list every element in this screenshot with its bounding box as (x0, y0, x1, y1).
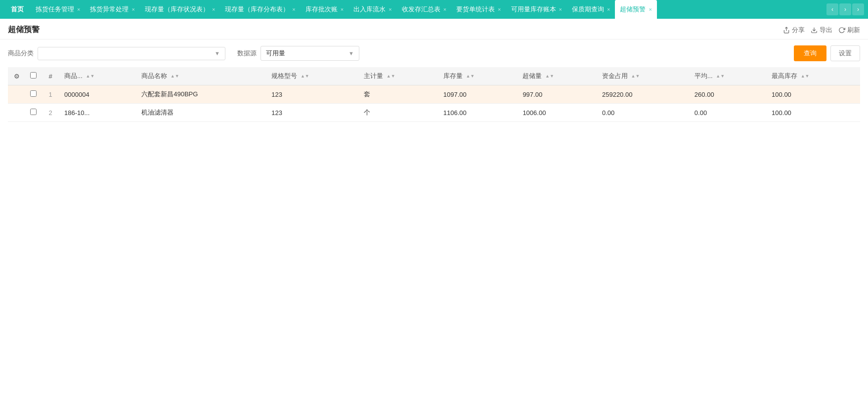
nav-next-button[interactable]: › (839, 3, 851, 15)
share-icon (783, 27, 790, 34)
top-navigation: 首页 拣货任务管理 × 拣货异常处理 × 现存量（库存状况表） × 现存量（库存… (0, 0, 868, 19)
sort-icon: ▲▼ (387, 74, 395, 79)
page-header: 超储预警 分享 导出 (0, 19, 868, 40)
th-product-code[interactable]: 商品... ▲▼ (60, 67, 137, 85)
nav-home[interactable]: 首页 (4, 0, 31, 19)
th-stock[interactable]: 库存量 ▲▼ (439, 67, 519, 85)
row-product-name: 六配套新昌490BPG (137, 85, 267, 104)
nav-item-baozhi-chaxun[interactable]: 保质期查询 × (567, 0, 615, 19)
row-max-stock: 100.00 (768, 85, 860, 104)
table-row: 1 0000004 六配套新昌490BPG 123 套 1097.00 997.… (8, 85, 860, 104)
close-icon[interactable]: × (559, 6, 562, 12)
table-row: 2 186-10... 机油滤清器 123 个 1106.00 1006.00 … (8, 104, 860, 122)
close-icon[interactable]: × (212, 6, 215, 12)
row-spec: 123 (267, 104, 360, 122)
row-checkbox-cell[interactable] (26, 104, 41, 122)
row-number: 2 (41, 104, 60, 122)
sort-icon: ▲▼ (171, 74, 179, 79)
select-all-checkbox[interactable] (30, 72, 37, 79)
row-unit: 套 (360, 85, 439, 104)
nav-menu-button[interactable]: › (852, 3, 864, 15)
row-overstock: 1006.00 (519, 104, 598, 122)
close-icon[interactable]: × (389, 6, 391, 12)
category-label: 商品分类 (8, 49, 34, 58)
data-table: ⚙ # 商品... ▲▼ 商品名称 ▲▼ 规格型号 (8, 67, 860, 122)
data-table-container: ⚙ # 商品... ▲▼ 商品名称 ▲▼ 规格型号 (0, 67, 868, 122)
nav-item-kucun-pici[interactable]: 库存批次账 × (301, 0, 348, 19)
sort-icon: ▲▼ (631, 74, 640, 79)
th-gear[interactable]: ⚙ (8, 67, 26, 85)
filter-actions: 查询 设置 (794, 45, 860, 61)
query-button[interactable]: 查询 (794, 45, 826, 61)
datasource-value: 可用量 (266, 49, 285, 58)
th-num: # (41, 67, 60, 85)
th-avg[interactable]: 平均... ▲▼ (691, 67, 768, 85)
nav-item-yaohuo-tongji[interactable]: 要货单统计表 × (451, 0, 506, 19)
row-product-name: 机油滤清器 (137, 104, 267, 122)
row-stock: 1097.00 (439, 85, 519, 104)
nav-arrows: ‹ › › (826, 3, 864, 15)
th-overstock[interactable]: 超储量 ▲▼ (519, 67, 598, 85)
datasource-select[interactable]: 可用量 ▼ (260, 46, 359, 61)
sort-icon: ▲▼ (86, 74, 94, 79)
nav-item-xiancunliang-fenbiao[interactable]: 现存量（库存分布表） × (220, 0, 300, 19)
close-icon[interactable]: × (77, 6, 80, 12)
row-unit: 个 (360, 104, 439, 122)
row-product-code: 0000004 (60, 85, 137, 104)
th-capital[interactable]: 资金占用 ▲▼ (598, 67, 691, 85)
row-checkbox-cell[interactable] (26, 85, 41, 104)
nav-item-keyongliang-zhangben[interactable]: 可用量库存账本 × (506, 0, 567, 19)
row-overstock: 997.00 (519, 85, 598, 104)
category-filter: 商品分类 ▼ (8, 47, 225, 60)
table-body: 1 0000004 六配套新昌490BPG 123 套 1097.00 997.… (8, 85, 860, 122)
gear-icon: ⚙ (14, 73, 20, 80)
row-capital: 259220.00 (598, 85, 691, 104)
row-max-stock: 100.00 (768, 104, 860, 122)
sort-icon: ▲▼ (301, 74, 309, 79)
close-icon[interactable]: × (443, 6, 446, 12)
refresh-icon (838, 27, 845, 34)
row-capital: 0.00 (598, 104, 691, 122)
nav-item-shoufacun-huizong[interactable]: 收发存汇总表 × (397, 0, 451, 19)
close-icon[interactable]: × (649, 6, 651, 12)
close-icon[interactable]: × (131, 6, 134, 12)
page-title: 超储预警 (8, 25, 40, 35)
row-avg: 0.00 (691, 104, 768, 122)
export-icon (811, 27, 818, 34)
row-gear-cell (8, 104, 26, 122)
filter-area: 商品分类 ▼ 数据源 可用量 ▼ 查询 设置 (0, 40, 868, 67)
th-checkbox (26, 67, 41, 85)
row-stock: 1106.00 (439, 104, 519, 122)
refresh-button[interactable]: 刷新 (838, 26, 860, 35)
nav-item-xiancunliang-kuangkuang[interactable]: 现存量（库存状况表） × (140, 0, 220, 19)
category-select-text (43, 50, 45, 57)
close-icon[interactable]: × (292, 6, 295, 12)
nav-item-chaochuyujing[interactable]: 超储预警 × (615, 0, 656, 19)
nav-item-jianghuo-renwu[interactable]: 拣货任务管理 × (31, 0, 85, 19)
th-spec[interactable]: 规格型号 ▲▼ (267, 67, 360, 85)
datasource-label: 数据源 (237, 49, 257, 58)
row-gear-cell (8, 85, 26, 104)
close-icon[interactable]: × (498, 6, 501, 12)
share-button[interactable]: 分享 (783, 26, 805, 35)
th-product-name[interactable]: 商品名称 ▲▼ (137, 67, 267, 85)
close-icon[interactable]: × (607, 6, 610, 12)
sort-icon: ▲▼ (716, 74, 725, 79)
nav-item-jianghuo-yichang[interactable]: 拣货异常处理 × (85, 0, 139, 19)
chevron-down-icon: ▼ (348, 50, 354, 56)
row-number: 1 (41, 85, 60, 104)
row-checkbox[interactable] (30, 90, 37, 97)
main-content: 超储预警 分享 导出 (0, 19, 868, 395)
close-icon[interactable]: × (341, 6, 344, 12)
sort-icon: ▲▼ (466, 74, 475, 79)
nav-item-churuku-liushui[interactable]: 出入库流水 × (348, 0, 396, 19)
chevron-down-icon: ▼ (215, 50, 220, 56)
category-select[interactable]: ▼ (38, 47, 225, 60)
row-checkbox[interactable] (30, 109, 37, 115)
th-max-stock[interactable]: 最高库存 ▲▼ (768, 67, 860, 85)
export-button[interactable]: 导出 (811, 26, 832, 35)
th-unit[interactable]: 主计量 ▲▼ (360, 67, 439, 85)
row-avg: 260.00 (691, 85, 768, 104)
settings-button[interactable]: 设置 (830, 45, 860, 61)
nav-prev-button[interactable]: ‹ (826, 3, 838, 15)
